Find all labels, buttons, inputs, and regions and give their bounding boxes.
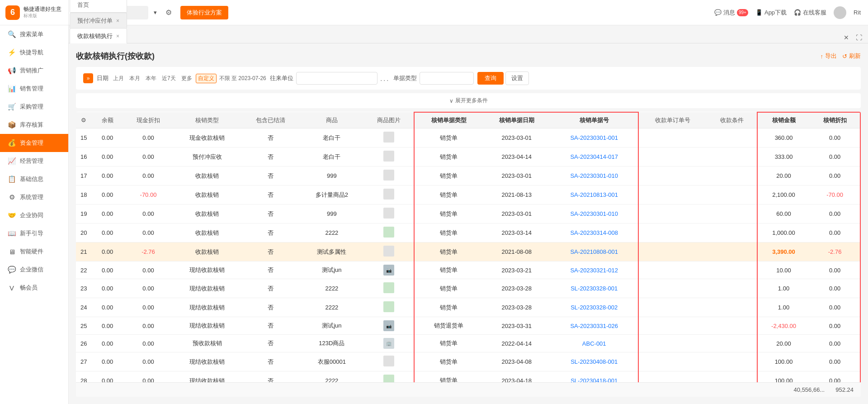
sidebar-item-经营管理[interactable]: 📈经营管理	[0, 152, 68, 170]
cell-verify_bill_no[interactable]: SA-20210808-001	[551, 242, 638, 261]
table-scroll-area[interactable]: ⚙余额现金折扣核销类型包含已结清商品商品图片核销单据类型核销单据日期核销单据号收…	[76, 112, 861, 382]
this-month-btn[interactable]: 本月	[127, 74, 142, 83]
table-row: 180.00-70.00收款核销否多计量商品2销货单2021-08-13SA-2…	[76, 185, 860, 204]
app-download-item[interactable]: 📱 App下载	[755, 9, 787, 17]
bill-no-link[interactable]: SA-20230314-008	[570, 229, 618, 236]
maximize-icon[interactable]: ⛶	[854, 32, 864, 43]
cell-receipt_condition	[707, 242, 757, 261]
bill-no-link[interactable]: SA-20230301-010	[570, 210, 618, 217]
sidebar-item-基础信息[interactable]: 📋基础信息	[0, 170, 68, 188]
bill-no-link[interactable]: SL-20230418-001	[571, 377, 618, 382]
solution-button[interactable]: 体验行业方案	[180, 6, 228, 19]
cell-product: 2222	[300, 298, 363, 317]
last-month-btn[interactable]: 上月	[111, 74, 126, 83]
cell-receipt_order_no	[638, 128, 707, 147]
cell-verify_bill_no[interactable]: SA-20230414-017	[551, 147, 638, 166]
messages-item[interactable]: 💬 消息 99+	[714, 9, 748, 17]
cell-verify_bill_no[interactable]: SA-20230301-010	[551, 166, 638, 185]
product-image: 📷	[383, 320, 394, 331]
col-header-gear: ⚙	[76, 112, 91, 128]
cell-verify_bill_no[interactable]: ABC-001	[551, 335, 638, 352]
sidebar-icon: ⚡	[7, 48, 16, 57]
bill-no-link[interactable]: SA-20230301-001	[570, 134, 618, 141]
cell-verify_type: 现结收款核销	[173, 352, 241, 371]
settings-gear-icon[interactable]: ⚙	[162, 6, 175, 19]
sidebar-item-新手引导[interactable]: 📖新手引导	[0, 224, 68, 242]
sidebar-item-智能硬件[interactable]: 🖥智能硬件	[0, 242, 68, 261]
table-row: 240.000.00现结收款核销否2222销货单2023-03-28SL-202…	[76, 298, 860, 317]
cell-verify_discount: 0.00	[810, 147, 860, 166]
cell-verify_bill_no[interactable]: SA-20230321-012	[551, 261, 638, 279]
tab-close-icon[interactable]: ×	[116, 33, 119, 39]
last-7-days-btn[interactable]: 近7天	[160, 74, 178, 83]
cell-verify_bill_no[interactable]: SA-20210813-001	[551, 185, 638, 204]
table-gear-icon[interactable]: ⚙	[81, 117, 86, 124]
cell-receipt_order_no	[638, 166, 707, 185]
bill-no-link[interactable]: SA-20230301-010	[570, 172, 618, 179]
app-logo-icon: 6	[5, 5, 20, 20]
table-row: 210.00-2.76收款核销否测试多属性销货单2021-08-08SA-202…	[76, 242, 860, 261]
sidebar-item-采购管理[interactable]: 🛒采购管理	[0, 98, 68, 116]
cell-verify_discount: -70.00	[810, 185, 860, 204]
topbar-dropdown[interactable]: ▾	[154, 9, 157, 16]
tab-首页[interactable]: 首页	[70, 0, 127, 13]
sidebar-item-快捷导航[interactable]: ⚡快捷导航	[0, 43, 68, 62]
bill-type-select[interactable]	[420, 72, 474, 85]
cell-verify_type: 现结收款核销	[173, 371, 241, 383]
filter-expand-button[interactable]: »	[83, 73, 93, 83]
product-image	[383, 301, 394, 312]
table-row: 250.000.00现结收款核销否测试jun📷销货退货单2023-03-31SA…	[76, 317, 860, 335]
bill-no-link[interactable]: SA-20230414-017	[570, 153, 618, 160]
sidebar-icon: 📢	[7, 66, 16, 75]
this-year-btn[interactable]: 本年	[144, 74, 158, 83]
export-button[interactable]: ↑ 导出	[821, 52, 837, 60]
cell-verify_bill_no[interactable]: SA-20230314-008	[551, 223, 638, 242]
sidebar-item-label: 新手引导	[20, 229, 43, 238]
online-service-item[interactable]: 🎧 在线客服	[794, 9, 826, 17]
cell-verify_discount: 0.00	[810, 223, 860, 242]
cell-verify_bill_no[interactable]: SA-20230301-001	[551, 128, 638, 147]
sidebar-item-营销推广[interactable]: 📢营销推广	[0, 62, 68, 80]
close-tab-icon[interactable]: ✕	[841, 32, 852, 43]
bill-no-link[interactable]: SL-20230328-002	[571, 304, 618, 311]
bill-no-link[interactable]: SA-20230331-026	[570, 323, 618, 329]
sidebar-item-畅会员[interactable]: V畅会员	[0, 279, 68, 297]
bill-no-link[interactable]: SA-20210808-001	[570, 248, 618, 255]
refresh-button[interactable]: ↺ 刷新	[842, 52, 861, 60]
bill-no-link[interactable]: SA-20230321-012	[570, 267, 618, 274]
tab-收款核销执行[interactable]: 收款核销执行×	[70, 28, 127, 43]
cell-id: 26	[76, 335, 91, 352]
custom-date-btn[interactable]: 自定义	[196, 74, 217, 83]
bill-no-link[interactable]: SL-20230328-001	[571, 285, 618, 292]
sidebar-item-搜索菜单[interactable]: 🔍搜索菜单	[0, 25, 68, 43]
cell-verify_bill_no[interactable]: SA-20230331-026	[551, 317, 638, 335]
tab-close-icon[interactable]: ×	[116, 18, 119, 24]
more-dates-btn[interactable]: 更多	[179, 74, 194, 83]
sidebar-item-企业协同[interactable]: 🤝企业协同	[0, 206, 68, 224]
sidebar-item-系统管理[interactable]: ⚙系统管理	[0, 188, 68, 206]
cell-verify_bill_no[interactable]: SL-20230328-002	[551, 298, 638, 317]
headset-icon: 🎧	[794, 9, 801, 16]
cell-verify_discount: 0.00	[810, 279, 860, 298]
query-button[interactable]: 查询	[477, 72, 504, 85]
expand-more-button[interactable]: ∨ 展开更多条件	[76, 95, 861, 106]
bill-no-link[interactable]: SA-20210813-001	[570, 191, 618, 198]
user-avatar[interactable]	[834, 6, 846, 19]
sidebar-item-销售管理[interactable]: 📊销售管理	[0, 80, 68, 98]
sidebar-icon: 📊	[7, 84, 16, 93]
bill-no-link[interactable]: ABC-001	[582, 340, 606, 347]
sidebar-item-企业微信[interactable]: 💬企业微信	[0, 261, 68, 279]
cell-receipt_order_no	[638, 317, 707, 335]
cell-verify_bill_no[interactable]: SL-20230328-001	[551, 279, 638, 298]
cell-verify_bill_no[interactable]: SA-20230301-010	[551, 204, 638, 223]
bill-no-link[interactable]: SL-20230408-001	[571, 358, 618, 365]
cell-verify_bill_no[interactable]: SL-20230408-001	[551, 352, 638, 371]
cell-product_img	[363, 298, 414, 317]
cell-verify_bill_no[interactable]: SL-20230418-001	[551, 371, 638, 383]
refresh-label: 刷新	[849, 52, 861, 60]
tab-预付冲应付单[interactable]: 预付冲应付单×	[70, 13, 127, 28]
filter-settings-button[interactable]: 设置	[505, 71, 529, 85]
counterpart-input[interactable]	[296, 72, 377, 85]
sidebar-item-库存核算[interactable]: 📦库存核算	[0, 116, 68, 134]
sidebar-item-资金管理[interactable]: 💰资金管理	[0, 134, 68, 152]
